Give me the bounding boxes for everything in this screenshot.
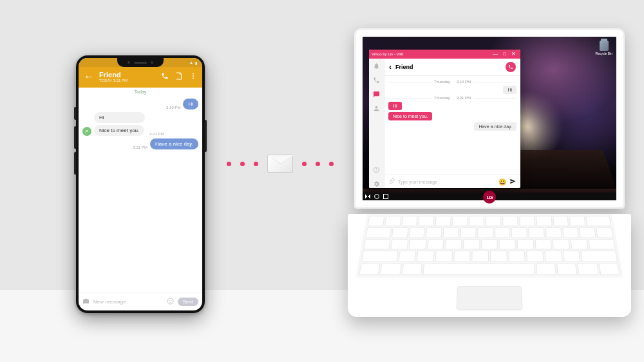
- recycle-bin-icon: [600, 41, 609, 51]
- message-input-bar: New message Send: [79, 292, 202, 310]
- send-button[interactable]: Send: [178, 298, 198, 306]
- laptop-device: Recycle Bin Virtoo by LG - V30 — ☐ ✕: [354, 28, 625, 317]
- calls-icon[interactable]: [373, 77, 380, 84]
- incoming-bubble: Nice to meet you.: [94, 125, 144, 136]
- svg-point-3: [167, 298, 173, 304]
- laptop-base: [348, 214, 631, 317]
- chat-title: Friend: [99, 71, 156, 79]
- minimize-button[interactable]: —: [491, 50, 500, 59]
- message-list[interactable]: Thursday 3:10 PM Hi Thursday 3:21 PM Hi …: [384, 76, 520, 175]
- keyboard: [355, 214, 623, 278]
- window-titlebar[interactable]: Virtoo by LG - V30 — ☐ ✕: [369, 50, 520, 59]
- svg-point-5: [171, 300, 171, 301]
- maximize-button[interactable]: ☐: [500, 50, 509, 59]
- envelope-icon: [267, 155, 293, 173]
- svg-point-2: [193, 78, 194, 79]
- messaging-app-window: Virtoo by LG - V30 — ☐ ✕: [369, 50, 520, 188]
- back-arrow-icon[interactable]: ←: [84, 71, 94, 82]
- svg-point-4: [169, 300, 169, 301]
- emoji-icon[interactable]: 😀: [498, 178, 506, 186]
- window-title: Virtoo by LG - V30: [372, 52, 491, 56]
- phone-volume-up: [74, 126, 76, 149]
- emoji-icon[interactable]: [167, 296, 174, 307]
- msg-time: 3:21 PM: [149, 132, 164, 136]
- phone-screen: ▲▮ ← Friend TODAY 3:21 PM Today 3:10 PM …: [79, 58, 202, 310]
- call-button[interactable]: [506, 62, 516, 72]
- compose-input[interactable]: Type your message: [398, 180, 495, 184]
- phone-power-button: [205, 120, 207, 152]
- svg-point-0: [193, 73, 194, 75]
- outgoing-bubble: Nice to meet you.: [388, 112, 432, 120]
- outgoing-bubble: Hi: [183, 99, 198, 110]
- back-chevron-icon[interactable]: ‹: [389, 62, 392, 71]
- attachment-icon[interactable]: [175, 71, 183, 82]
- trackpad: [456, 286, 522, 310]
- phone-notch: [117, 58, 164, 67]
- close-button[interactable]: ✕: [509, 50, 518, 59]
- cortana-icon[interactable]: [374, 194, 379, 199]
- app-sidebar: [369, 59, 384, 188]
- sync-indicator: [227, 155, 334, 173]
- settings-icon[interactable]: [373, 180, 380, 188]
- incoming-bubble: Hi: [503, 86, 516, 94]
- day-separator: Thursday 3:21 PM: [388, 96, 516, 100]
- incoming-bubble: Hi: [94, 112, 145, 123]
- phone-side-button: [74, 107, 76, 120]
- start-icon[interactable]: [365, 194, 370, 199]
- laptop-screen: Recycle Bin Virtoo by LG - V30 — ☐ ✕: [363, 37, 616, 200]
- incoming-bubble: Have a nice day.: [474, 122, 516, 131]
- message-input[interactable]: New message: [93, 299, 163, 305]
- contact-avatar: F: [82, 127, 91, 136]
- attach-icon[interactable]: [388, 178, 395, 186]
- chat-subtitle: TODAY 3:21 PM: [99, 79, 156, 82]
- messages-icon[interactable]: [373, 91, 380, 99]
- msg-time: 3:21 PM: [133, 146, 147, 149]
- help-icon[interactable]: [373, 166, 380, 174]
- camera-icon[interactable]: [82, 296, 90, 307]
- recycle-bin[interactable]: Recycle Bin: [596, 41, 612, 55]
- contacts-icon[interactable]: [373, 105, 380, 113]
- phone-device: ▲▮ ← Friend TODAY 3:21 PM Today 3:10 PM …: [76, 55, 205, 313]
- taskview-icon[interactable]: [383, 194, 388, 199]
- lg-logo: [483, 191, 496, 204]
- compose-bar: Type your message 😀: [384, 175, 520, 188]
- conversation-pane: ‹ Friend Thursday 3:10 PM Hi Thursday 3:…: [384, 59, 520, 188]
- svg-point-1: [193, 75, 194, 77]
- chat-header: ← Friend TODAY 3:21 PM: [79, 67, 202, 88]
- conversation-header: ‹ Friend: [384, 59, 520, 76]
- chat-scroll[interactable]: 3:10 PM Hi F Hi Nice to meet you. 3:21 P…: [79, 96, 202, 292]
- phone-volume-down: [74, 152, 76, 175]
- send-icon[interactable]: [509, 178, 516, 186]
- notifications-icon[interactable]: [373, 62, 380, 70]
- outgoing-bubble: Hi: [388, 102, 402, 110]
- day-separator: Thursday 3:10 PM: [388, 80, 516, 84]
- more-icon[interactable]: [189, 71, 197, 82]
- outgoing-bubble: Have a nice day.: [150, 138, 198, 149]
- contact-name: Friend: [395, 64, 506, 70]
- recycle-bin-label: Recycle Bin: [596, 52, 612, 55]
- call-icon[interactable]: [161, 71, 169, 82]
- date-separator: Today: [79, 88, 202, 96]
- msg-time: 3:10 PM: [166, 106, 180, 110]
